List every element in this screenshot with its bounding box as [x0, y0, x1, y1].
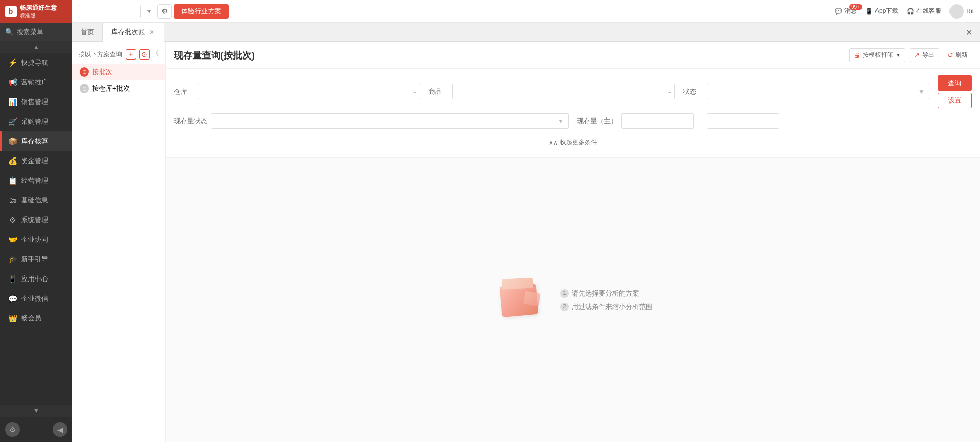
- product-more-icon: ···: [667, 88, 670, 96]
- topbar-search-input[interactable]: [79, 5, 141, 18]
- status-dropdown-icon: ▼: [918, 88, 925, 95]
- user-avatar-btn[interactable]: Rit: [949, 4, 974, 19]
- stock-status-label: 现存量状态: [174, 116, 207, 126]
- inventory-icon: 📦: [8, 137, 17, 146]
- new-guide-icon: 🎓: [8, 255, 17, 264]
- sidebar-item-inventory[interactable]: 📦 库存核算: [0, 131, 72, 151]
- status-select[interactable]: ▼: [707, 84, 929, 99]
- warehouse-more-icon: ···: [413, 88, 415, 96]
- app-download-btn[interactable]: 📱 App下载: [865, 7, 898, 16]
- scheme-by-batch-label: 按批次: [92, 67, 112, 77]
- finance-icon: 💰: [8, 156, 17, 166]
- sidebar-item-operations[interactable]: 📋 经营管理: [0, 171, 72, 190]
- tab-home[interactable]: 首页: [72, 23, 103, 41]
- experience-industry-btn[interactable]: 体验行业方案: [174, 4, 229, 19]
- settings-btn[interactable]: 设置: [938, 93, 972, 108]
- enterprise-coop-icon: 🤝: [8, 235, 17, 244]
- sidebar-item-finance[interactable]: 💰 资金管理: [0, 151, 72, 171]
- headset-icon: 🎧: [907, 8, 914, 15]
- stock-qty-filter-group: 现存量（主） —: [577, 113, 972, 129]
- sidebar-item-enterprise-wechat[interactable]: 💬 企业微信: [0, 289, 72, 308]
- sidebar-item-quick-nav[interactable]: ⚡ 快捷导航: [0, 53, 72, 72]
- sidebar-item-label: 企业微信: [21, 294, 48, 303]
- query-btn[interactable]: 查询: [938, 75, 972, 91]
- scheme-settings-btn[interactable]: ⊙: [139, 49, 150, 60]
- purchase-icon: 🛒: [8, 117, 17, 126]
- product-filter-group: 商品 ···: [428, 84, 675, 99]
- tab-bar-close-btn[interactable]: ✕: [961, 25, 976, 39]
- left-panel-header: 按以下方案查询 ＋ ⊙ 《: [72, 47, 165, 64]
- sidebar-item-enterprise-coop[interactable]: 🤝 企业协同: [0, 230, 72, 249]
- scheme-icon-red: ⊙: [80, 67, 89, 77]
- tab-inventory-batch[interactable]: 库存批次账 ✕: [103, 23, 164, 42]
- sidebar-item-label: 库存核算: [21, 137, 48, 146]
- stock-qty-from-input[interactable]: [621, 113, 694, 129]
- export-btn-label: 导出: [922, 51, 934, 60]
- topbar-gear-btn[interactable]: ⚙: [157, 4, 172, 19]
- scheme-query-label: 按以下方案查询: [79, 50, 122, 59]
- sidebar-item-app-center[interactable]: 📱 应用中心: [0, 269, 72, 289]
- topbar-dropdown-btn[interactable]: ▼: [143, 5, 155, 18]
- collapse-more-btn[interactable]: ∧∧ 收起更多条件: [174, 134, 972, 151]
- print-dropdown-icon: ▼: [896, 52, 901, 58]
- sidebar-item-label: 经营管理: [21, 176, 48, 185]
- sidebar-header: b 畅康通好生意 标准版: [0, 0, 72, 23]
- basic-info-icon: 🗂: [8, 196, 17, 205]
- warehouse-input[interactable]: ···: [198, 84, 420, 99]
- messages-badge: 99+: [849, 4, 862, 10]
- sidebar-item-marketing[interactable]: 📢 营销推广: [0, 72, 72, 92]
- stock-status-dropdown-icon: ▼: [558, 117, 564, 125]
- sidebar-item-member[interactable]: 👑 畅会员: [0, 308, 72, 328]
- collapse-panel-btn[interactable]: 《: [153, 49, 159, 60]
- sidebar: b 畅康通好生意 标准版 🔍 搜索菜单 ▲ ⚡ 快捷导航 📢 营销推广 📊 销售…: [0, 0, 72, 442]
- refresh-btn[interactable]: ↺ 刷新: [943, 49, 972, 62]
- topbar: ▼ ⚙ 体验行业方案 💬 消息 99+ 📱 App下载 🎧 在线客服 Rit: [72, 0, 980, 23]
- scheme-by-warehouse-batch[interactable]: ⊙ 按仓库+批次: [72, 80, 165, 97]
- tab-close-btn[interactable]: ✕: [148, 27, 155, 37]
- stock-qty-to-input[interactable]: [707, 113, 779, 129]
- sidebar-scroll-down[interactable]: ▼: [0, 405, 72, 417]
- scheme-by-batch[interactable]: ⊙ 按批次: [72, 64, 165, 80]
- user-name: Rit: [966, 8, 974, 15]
- tip-num-2: 2: [560, 303, 569, 311]
- sidebar-item-label: 采购管理: [21, 117, 48, 126]
- main-area: ▼ ⚙ 体验行业方案 💬 消息 99+ 📱 App下载 🎧 在线客服 Rit: [72, 0, 980, 442]
- sidebar-item-label: 资金管理: [21, 156, 48, 166]
- search-menu-item[interactable]: 🔍 搜索菜单: [0, 23, 72, 41]
- sidebar-item-label: 应用中心: [21, 274, 48, 284]
- scheme-icon-gray: ⊙: [80, 84, 89, 93]
- print-btn-label: 按模板打印: [863, 51, 894, 60]
- sidebar-item-label: 畅会员: [21, 314, 41, 323]
- collapse-sidebar-button[interactable]: ◀: [53, 422, 67, 437]
- messages-btn[interactable]: 💬 消息 99+: [835, 7, 857, 16]
- marketing-icon: 📢: [8, 78, 17, 87]
- online-service-btn[interactable]: 🎧 在线客服: [907, 7, 941, 16]
- sidebar-item-basic-info[interactable]: 🗂 基础信息: [0, 190, 72, 210]
- sidebar-item-system[interactable]: ⚙ 系统管理: [0, 210, 72, 230]
- sidebar-scroll-up[interactable]: ▲: [0, 41, 72, 53]
- enterprise-wechat-icon: 💬: [8, 294, 17, 303]
- stock-qty-label: 现存量（主）: [577, 116, 618, 126]
- app-download-icon: 📱: [865, 8, 873, 15]
- product-input[interactable]: ···: [452, 84, 675, 99]
- settings-footer-button[interactable]: ⚙: [5, 422, 20, 437]
- filter-area: 仓库 ··· 商品 ··· 状态: [166, 69, 980, 158]
- range-dash: —: [697, 117, 704, 125]
- product-label: 商品: [428, 87, 449, 96]
- sidebar-footer: ⚙ ◀: [0, 417, 72, 442]
- print-template-btn[interactable]: 🖨 按模板打印 ▼: [849, 48, 905, 62]
- topbar-breadcrumb: ▼ ⚙ 体验行业方案: [79, 4, 830, 19]
- stock-status-filter-group: 现存量状态 ▼: [174, 113, 569, 129]
- empty-tips: 1 请先选择要分析的方案 2 用过滤条件来缩小分析范围: [560, 289, 652, 312]
- stock-status-select[interactable]: ▼: [211, 113, 569, 129]
- message-icon: 💬: [835, 8, 842, 15]
- sidebar-item-new-guide[interactable]: 🎓 新手引导: [0, 249, 72, 269]
- tab-bar: 首页 库存批次账 ✕ ✕: [72, 23, 980, 42]
- app-name-block: 畅康通好生意 标准版: [20, 4, 57, 19]
- add-scheme-btn[interactable]: ＋: [126, 49, 136, 60]
- export-btn[interactable]: ↗ 导出: [910, 48, 939, 62]
- app-version: 标准版: [20, 12, 57, 19]
- title-actions: 🖨 按模板打印 ▼ ↗ 导出 ↺ 刷新: [849, 48, 972, 62]
- sidebar-item-purchase[interactable]: 🛒 采购管理: [0, 112, 72, 131]
- sidebar-item-sales[interactable]: 📊 销售管理: [0, 92, 72, 112]
